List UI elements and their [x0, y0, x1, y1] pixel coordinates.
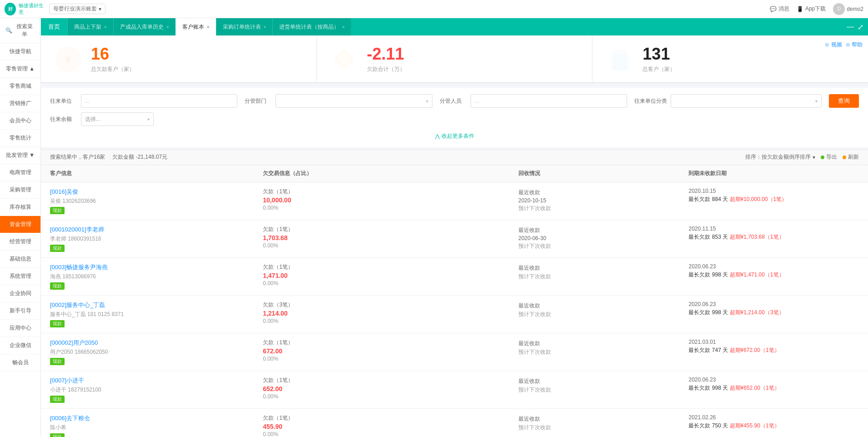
customer-name-link[interactable]: [0001020001]李老师 [50, 226, 263, 234]
sidebar-item-finance[interactable]: 资金管理 [0, 216, 40, 233]
minimize-icon[interactable]: — [847, 23, 854, 31]
sidebar-item-label: 经营管理 [10, 238, 31, 245]
close-icon[interactable]: × [104, 25, 107, 30]
recovery-next: 预计下次收款 [518, 242, 689, 250]
building-icon [606, 45, 633, 73]
close-icon[interactable]: × [264, 25, 266, 30]
search-menu-button[interactable]: 🔍 搜索菜单 [4, 21, 37, 40]
collapse-button[interactable]: ⋀ 收起更多条件 [435, 132, 474, 140]
overdue-info: 2021.03.01 最长欠款 747 天 超期¥672.00（1笔） [688, 339, 859, 354]
yuan-circle-icon: ¥ [55, 45, 82, 73]
customer-info: [0001020001]李老师 李老师 18600391516 现款 [50, 226, 263, 252]
customer-name-link[interactable]: [0002]服务中心_丁磊 [50, 301, 263, 309]
overdue-detail: 最长欠款 998 天 超期¥1,214.00（3笔） [688, 309, 859, 316]
category-input[interactable]: ▾ [671, 94, 822, 108]
manager-input[interactable]: ... [471, 94, 627, 108]
customer-contact: 陈小希 [50, 424, 263, 432]
maximize-icon[interactable]: ⤢ [858, 23, 863, 31]
close-icon[interactable]: × [342, 25, 345, 30]
col-header-customer: 客户信息 [50, 170, 263, 177]
search-button[interactable]: 查询 [829, 94, 859, 108]
sidebar-item-quick-nav[interactable]: 快捷导航 [0, 43, 40, 60]
search-menu-label: 搜索菜单 [14, 23, 35, 38]
video-btn[interactable]: ⊙ 视频 [825, 41, 842, 49]
sidebar-item-retail-mall[interactable]: 零售商城 [0, 78, 40, 95]
overdue-detail: 最长欠款 750 天 超期¥455.90（1笔） [688, 422, 859, 430]
page-content: ¥ 16 总欠款客户（家） [41, 35, 868, 437]
tab-label: 采购订单统计表 [223, 23, 261, 31]
export-label: 导出 [826, 153, 837, 161]
customer-name-link[interactable]: [0003]畅捷服务尹海燕 [50, 263, 263, 271]
export-button[interactable]: 导出 [821, 153, 837, 161]
chevron-down-icon: ▾ [99, 6, 101, 12]
debt-ratio: 0.00% [263, 393, 518, 400]
tab-products-off[interactable]: 商品上下架 × [67, 18, 113, 35]
overdue-link[interactable]: 超期¥455.90（1笔） [730, 422, 780, 429]
close-icon[interactable]: × [207, 25, 210, 30]
app-download-button[interactable]: 📱 App下载 [797, 5, 826, 13]
customer-name-link[interactable]: [0007]小进干 [50, 377, 263, 385]
supplier-input[interactable]: ... [81, 94, 237, 108]
filter-manager: 分管人员 ... [440, 94, 627, 108]
table-row: [0006]去下粮仓 陈小希 现款 欠款（1笔） 455.90 0.00% 最近… [41, 409, 868, 437]
system-selector[interactable]: 母婴行业演示账套 ▾ [49, 4, 105, 14]
sidebar-item-basic-info[interactable]: 基础信息 [0, 251, 40, 268]
collapse-label: 收起更多条件 [442, 132, 474, 140]
sidebar-item-marketing[interactable]: 营销推广 [0, 95, 40, 112]
sidebar-item-purchase[interactable]: 采购管理 [0, 181, 40, 199]
balance-input[interactable]: 选择... ▾ [81, 112, 154, 126]
overdue-link[interactable]: 超期¥1,703.68（1笔） [730, 234, 784, 240]
top-bar-right: 💬 消息 📱 App下载 D demo2 [770, 3, 863, 15]
sidebar-item-wechat[interactable]: 企业微信 [0, 337, 40, 354]
overdue-link[interactable]: 超期¥1,471.00（1笔） [730, 271, 784, 278]
overdue-link[interactable]: 超期¥652.00（1笔） [730, 385, 780, 391]
overdue-link[interactable]: 超期¥672.00（1笔） [730, 347, 780, 353]
sidebar-item-guide[interactable]: 新手引导 [0, 302, 40, 320]
customer-info: [000002]用户2050 用户2050 18665062050 现款 [50, 339, 263, 365]
help-btn[interactable]: ⊙ 帮助 [846, 41, 863, 49]
refresh-button[interactable]: 刷新 [843, 153, 859, 161]
user-menu[interactable]: D demo2 [833, 3, 863, 15]
overdue-link[interactable]: 超期¥1,214.00（3笔） [730, 309, 784, 316]
sidebar-item-retail-mgmt[interactable]: 零售管理 ▲ [0, 60, 40, 78]
customer-tag: 现款 [50, 320, 65, 327]
tab-inbound-stats[interactable]: 进货单统计表（按商品） × [272, 18, 351, 35]
debt-ratio: 0.00% [263, 431, 518, 437]
sidebar-item-inventory[interactable]: 库存核算 [0, 199, 40, 216]
diamond-icon [331, 45, 358, 73]
table-row: [0007]小进干 小进干 18279152100 现款 欠款（1笔） 652.… [41, 371, 868, 409]
sidebar-item-label: 电商管理 [10, 169, 31, 176]
tab-label: 进货单统计表（按商品） [279, 23, 339, 31]
sidebar-item-member[interactable]: 会员中心 [0, 112, 40, 130]
sidebar-item-vip[interactable]: 畅会员 [0, 354, 40, 372]
customer-tag: 现款 [50, 433, 65, 437]
customer-name-link[interactable]: [0016]吴俊 [50, 188, 263, 196]
recovery-info: 最近收款 预计下次收款 [518, 339, 689, 356]
sidebar-item-enterprise[interactable]: 企业协同 [0, 285, 40, 302]
overdue-start-date: 2020.06.23 [688, 301, 859, 307]
content-area: 首页 商品上下架 × 产成品入库单历史 × 客户账本 × 采购订单统计表 × [41, 18, 868, 437]
close-icon[interactable]: × [166, 25, 169, 30]
customer-name-link[interactable]: [0006]去下粮仓 [50, 414, 263, 422]
debt-ratio: 0.00% [263, 318, 518, 324]
sidebar-item-retail-stat[interactable]: 零售统计 [0, 130, 40, 147]
sidebar-item-system[interactable]: 系统管理 [0, 268, 40, 285]
overdue-link[interactable]: 超期¥10,000.00（1笔） [730, 196, 788, 202]
department-input[interactable]: ▾ [276, 94, 432, 108]
avatar: D [833, 3, 845, 15]
sidebar-item-apps[interactable]: 应用中心 [0, 320, 40, 337]
sidebar-item-ecommerce[interactable]: 电商管理 [0, 164, 40, 181]
tab-home[interactable]: 首页 [41, 18, 67, 35]
sidebar-item-label: 零售商城 [10, 83, 31, 89]
sidebar-item-operations[interactable]: 经营管理 [0, 233, 40, 251]
customer-name-link[interactable]: [000002]用户2050 [50, 339, 263, 347]
tab-production-history[interactable]: 产成品入库单历史 × [113, 18, 176, 35]
tab-purchase-order[interactable]: 采购订单统计表 × [216, 18, 273, 35]
sidebar-item-batch-mgmt[interactable]: 批发管理 ▼ [0, 147, 40, 164]
sidebar-item-label: 系统管理 [10, 273, 31, 279]
message-button[interactable]: 💬 消息 [770, 5, 789, 13]
filter-row-2: 往来余额 选择... ▾ [50, 112, 859, 126]
tab-customer-account[interactable]: 客户账本 × [176, 18, 216, 35]
recovery-info: 最近收款 预计下次收款 [518, 377, 689, 394]
sort-selector[interactable]: 排序：按欠款金额倒序排序 ▾ [745, 153, 815, 161]
